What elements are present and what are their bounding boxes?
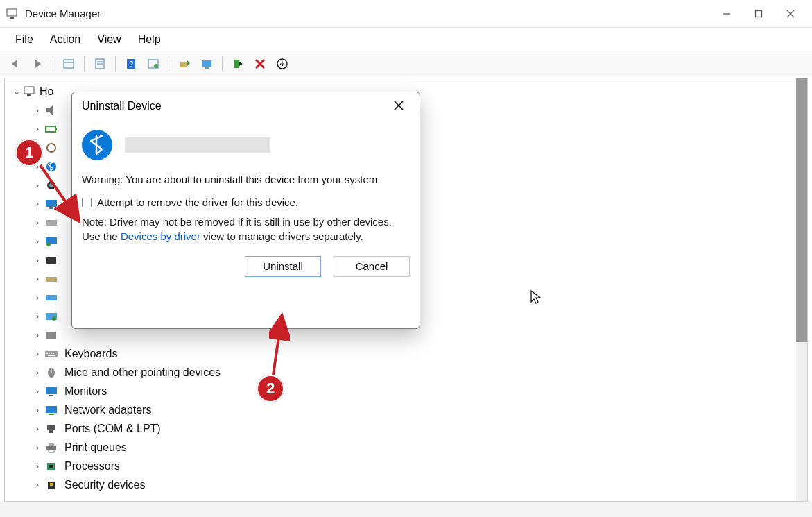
remove-driver-checkbox-label: Attempt to remove the driver for this de… bbox=[97, 196, 298, 208]
chevron-right-icon[interactable]: › bbox=[33, 330, 42, 340]
annotation-step-1-label: 1 bbox=[25, 144, 33, 162]
chevron-right-icon[interactable]: › bbox=[33, 255, 42, 265]
chevron-right-icon[interactable]: › bbox=[33, 199, 42, 209]
tree-node-label: Monitors bbox=[64, 385, 107, 398]
cursor-icon bbox=[530, 289, 542, 307]
tree-node-printqueues[interactable]: ›Print queues bbox=[12, 438, 804, 457]
bluetooth-icon bbox=[44, 160, 59, 173]
tree-node-mice[interactable]: ›Mice and other pointing devices bbox=[12, 363, 804, 382]
uninstall-device-dialog: Uninstall Device Warning: You are about … bbox=[71, 92, 420, 329]
back-button[interactable] bbox=[6, 54, 25, 74]
uninstall-device-button[interactable] bbox=[250, 54, 270, 74]
svg-rect-50 bbox=[49, 395, 53, 396]
chevron-right-icon[interactable]: › bbox=[33, 293, 42, 303]
tree-node-keyboards[interactable]: ›Keyboards bbox=[12, 344, 804, 363]
show-hide-tree-button[interactable] bbox=[59, 54, 78, 74]
chevron-right-icon[interactable]: › bbox=[33, 180, 42, 190]
svg-rect-59 bbox=[49, 465, 53, 468]
tree-node-monitors[interactable]: ›Monitors bbox=[12, 382, 804, 400]
action-button[interactable] bbox=[144, 54, 163, 74]
tree-node-security[interactable]: ›Security devices bbox=[12, 475, 804, 494]
monitor-icon bbox=[44, 385, 59, 398]
audio-icon bbox=[44, 104, 59, 117]
svg-rect-16 bbox=[202, 60, 211, 67]
add-legacy-button[interactable] bbox=[273, 54, 292, 74]
chevron-right-icon[interactable]: › bbox=[33, 274, 42, 284]
tree-node-label: Security devices bbox=[64, 479, 146, 491]
dialog-close-button[interactable] bbox=[388, 96, 410, 116]
chevron-down-icon[interactable]: ⌄ bbox=[12, 87, 21, 96]
mouse-icon bbox=[44, 366, 59, 379]
svg-rect-52 bbox=[49, 414, 54, 415]
menu-help[interactable]: Help bbox=[130, 31, 169, 49]
chevron-right-icon[interactable]: › bbox=[33, 480, 42, 490]
svg-rect-43 bbox=[49, 353, 50, 354]
scrollbar-thumb[interactable] bbox=[796, 78, 807, 342]
chevron-right-icon[interactable]: › bbox=[33, 349, 42, 359]
annotation-step-2-label: 2 bbox=[266, 380, 275, 398]
chevron-right-icon[interactable]: › bbox=[33, 312, 42, 321]
cancel-button[interactable]: Cancel bbox=[334, 256, 410, 277]
svg-rect-57 bbox=[49, 450, 54, 452]
tree-node-label: Network adapters bbox=[64, 404, 151, 416]
chevron-right-icon[interactable]: › bbox=[33, 105, 42, 115]
svg-rect-46 bbox=[48, 355, 55, 356]
svg-point-29 bbox=[49, 183, 53, 187]
devices-by-driver-link[interactable]: Devices by driver bbox=[121, 230, 200, 242]
minimize-button[interactable] bbox=[711, 3, 743, 25]
maximize-button[interactable] bbox=[743, 3, 775, 25]
tree-node-label: Ports (COM & LPT) bbox=[64, 423, 161, 435]
svg-rect-3 bbox=[756, 10, 762, 17]
scan-hardware-button[interactable] bbox=[197, 54, 216, 74]
update-driver-button[interactable] bbox=[175, 54, 194, 74]
svg-rect-45 bbox=[53, 353, 54, 354]
enable-device-button[interactable] bbox=[228, 54, 248, 74]
chevron-right-icon[interactable]: › bbox=[33, 218, 42, 228]
remove-driver-checkbox[interactable] bbox=[82, 198, 92, 207]
chevron-right-icon[interactable]: › bbox=[33, 237, 42, 246]
tree-node-label: Mice and other pointing devices bbox=[64, 366, 221, 379]
display-icon bbox=[44, 235, 59, 248]
svg-rect-56 bbox=[49, 443, 54, 446]
tree-node-label: Print queues bbox=[64, 441, 127, 454]
svg-rect-44 bbox=[51, 353, 52, 354]
help-button[interactable]: ? bbox=[121, 54, 141, 74]
svg-rect-42 bbox=[46, 353, 48, 354]
close-button[interactable] bbox=[775, 3, 806, 25]
svg-rect-53 bbox=[47, 425, 55, 430]
generic-icon bbox=[44, 329, 59, 341]
computer-icon bbox=[23, 85, 35, 98]
menu-file[interactable]: File bbox=[7, 31, 42, 49]
uninstall-button[interactable]: Uninstall bbox=[245, 256, 321, 277]
properties-button[interactable] bbox=[90, 54, 110, 74]
svg-rect-23 bbox=[27, 94, 31, 96]
svg-rect-32 bbox=[46, 220, 57, 226]
svg-rect-24 bbox=[46, 126, 55, 132]
svg-rect-41 bbox=[45, 351, 58, 357]
tree-node-ports[interactable]: ›Ports (COM & LPT) bbox=[12, 419, 804, 438]
chevron-right-icon[interactable]: › bbox=[33, 424, 42, 434]
chevron-right-icon[interactable]: › bbox=[33, 443, 42, 452]
chevron-right-icon[interactable]: › bbox=[33, 124, 42, 134]
svg-rect-15 bbox=[180, 62, 187, 67]
vertical-scrollbar[interactable] bbox=[796, 78, 807, 501]
bluetooth-icon bbox=[82, 130, 112, 160]
toolbar-separator bbox=[222, 56, 223, 71]
forward-button[interactable] bbox=[28, 54, 47, 74]
svg-point-34 bbox=[46, 242, 51, 246]
svg-rect-0 bbox=[7, 9, 17, 16]
menu-view[interactable]: View bbox=[89, 31, 129, 49]
tree-node-label: Processors bbox=[64, 460, 120, 473]
ports-icon bbox=[44, 423, 59, 435]
chevron-right-icon[interactable]: › bbox=[33, 387, 42, 396]
tree-node-network[interactable]: ›Network adapters bbox=[12, 400, 804, 419]
toolbar-separator bbox=[169, 56, 169, 71]
svg-rect-35 bbox=[46, 257, 56, 264]
chevron-right-icon[interactable]: › bbox=[33, 461, 42, 471]
chevron-right-icon[interactable]: › bbox=[33, 368, 42, 378]
tree-node-processors[interactable]: ›Processors bbox=[12, 457, 804, 475]
toolbar: ? bbox=[0, 51, 812, 76]
svg-rect-49 bbox=[46, 387, 57, 394]
chevron-right-icon[interactable]: › bbox=[33, 405, 42, 415]
menu-action[interactable]: Action bbox=[42, 31, 89, 49]
